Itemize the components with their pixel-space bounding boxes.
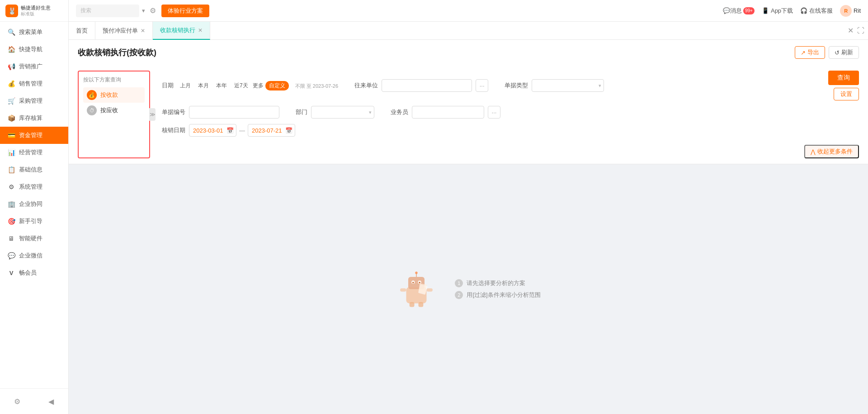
- staff-more-btn[interactable]: ···: [488, 106, 500, 119]
- sales-icon: 💰: [7, 80, 15, 88]
- doc-no-label: 单据编号: [162, 108, 185, 116]
- expand-icon[interactable]: ⛶: [857, 27, 864, 35]
- filter-action-col: 查询 设置: [828, 71, 859, 100]
- sidebar-item-sales[interactable]: 💰 销售管理: [0, 75, 68, 92]
- query-btn[interactable]: 查询: [828, 71, 859, 85]
- counterparty-more-btn[interactable]: ···: [476, 79, 488, 92]
- purchase-icon: 🛒: [7, 97, 15, 105]
- prev-month-option[interactable]: 上月: [177, 81, 193, 90]
- date-label: 日期: [162, 81, 174, 90]
- more-date-option[interactable]: 更多: [253, 82, 264, 90]
- sidebar-logo: 🐰 畅捷通好生意 标准版: [0, 0, 68, 22]
- sidebar-item-quick-nav[interactable]: 🏠 快捷导航: [0, 41, 68, 58]
- sidebar-item-inventory[interactable]: 📦 库存核算: [0, 109, 68, 127]
- date-start-input[interactable]: [189, 124, 236, 137]
- svg-rect-13: [419, 283, 427, 293]
- dept-select-wrap: [311, 106, 374, 119]
- collapse-icon: ⋀: [811, 148, 816, 155]
- export-btn[interactable]: ↗ 导出: [795, 46, 825, 59]
- app-download-btn[interactable]: 📱 App下载: [762, 7, 793, 15]
- tab-prepay[interactable]: 预付冲应付单 ✕: [95, 22, 153, 40]
- sidebar-item-management[interactable]: 📊 经营管理: [0, 144, 68, 161]
- sidebar-item-search[interactable]: 🔍 搜索菜单: [0, 24, 68, 41]
- doc-type-select[interactable]: [532, 79, 604, 92]
- verification-date-label: 核销日期: [162, 126, 185, 134]
- tip-num-2: 2: [455, 291, 463, 299]
- tab-collection-close-icon[interactable]: ✕: [198, 27, 203, 33]
- svg-point-5: [419, 282, 421, 284]
- topbar-search-placeholder: 搜索: [80, 7, 91, 14]
- topbar-arrow-icon[interactable]: ▾: [142, 7, 145, 14]
- management-icon: 📊: [7, 148, 15, 157]
- member-icon: V: [7, 269, 15, 277]
- date-end-wrap: 📅: [248, 124, 295, 137]
- filter-panel-collapse-btn[interactable]: ≫: [149, 108, 156, 121]
- sidebar-item-marketing[interactable]: 📢 营销推广: [0, 58, 68, 75]
- close-window-icon[interactable]: ✕: [848, 26, 854, 35]
- 7days-option[interactable]: 近7天: [231, 81, 251, 90]
- app-icon: 📱: [762, 7, 769, 14]
- settings-bottom-icon[interactable]: ⚙: [9, 393, 25, 409]
- user-profile-btn[interactable]: R Rit: [840, 5, 861, 17]
- collapse-sidebar-icon[interactable]: ◀︎: [43, 393, 59, 409]
- empty-content: 1 请先选择要分析的方案 2 用[过滤]条件来缩小分析范围: [396, 269, 540, 309]
- headset-icon: 🎧: [800, 7, 807, 14]
- home-icon: 🏠: [7, 45, 15, 53]
- staff-field: 业务员 ···: [391, 106, 500, 119]
- hardware-icon: 🖥: [7, 234, 15, 243]
- filter-row-1: 日期 上月 本月 本年 近7天 更多 自定义 不限 至 2023-07-26: [162, 71, 859, 100]
- online-service-btn[interactable]: 🎧 在线客服: [800, 7, 833, 15]
- sidebar-item-finance[interactable]: 💳 资金管理: [0, 127, 68, 144]
- collapse-more-btn[interactable]: ⋀ 收起更多条件: [804, 145, 859, 158]
- enterprise-icon: 🏢: [7, 200, 15, 208]
- this-month-option[interactable]: 本月: [195, 81, 212, 90]
- date-end-input[interactable]: [248, 124, 295, 137]
- custom-date-tag[interactable]: 自定义: [265, 81, 289, 90]
- message-btn[interactable]: 💬 消息 99+: [723, 7, 755, 15]
- topbar-left: 搜索 ▾ ⚙ 体验行业方案: [76, 5, 723, 17]
- counterparty-label: 往来单位: [354, 81, 378, 90]
- sidebar-item-member[interactable]: V 畅会员: [0, 264, 68, 281]
- tab-prepay-close-icon[interactable]: ✕: [141, 28, 145, 34]
- date-range-separator: —: [239, 127, 245, 134]
- sidebar-item-hardware[interactable]: 🖥 智能硬件: [0, 230, 68, 247]
- svg-rect-9: [427, 288, 433, 291]
- sidebar-item-guide[interactable]: 🎯 新手引导: [0, 213, 68, 230]
- sidebar-item-wechat[interactable]: 💬 企业微信: [0, 247, 68, 264]
- sidebar-item-system[interactable]: ⚙ 系统管理: [0, 178, 68, 195]
- tab-home[interactable]: 首页: [69, 22, 95, 40]
- doc-type-label: 单据类型: [505, 81, 528, 90]
- filter-right-area: 日期 上月 本月 本年 近7天 更多 自定义 不限 至 2023-07-26: [156, 71, 859, 158]
- receivable-option-icon: ⏱: [87, 105, 97, 115]
- sidebar-item-enterprise[interactable]: 🏢 企业协同: [0, 195, 68, 213]
- this-year-option[interactable]: 本年: [213, 81, 230, 90]
- topbar-search-box[interactable]: 搜索: [76, 5, 139, 17]
- filter-area: 按以下方案查询 💰 按收款 ⏱ 按应收 ≫: [69, 65, 868, 164]
- refresh-btn[interactable]: ↺ 刷新: [829, 46, 859, 59]
- doc-no-field: 单据编号: [162, 106, 279, 119]
- settings-btn[interactable]: 设置: [834, 88, 859, 100]
- doc-no-input[interactable]: [189, 106, 279, 119]
- svg-rect-10: [410, 302, 415, 307]
- sidebar-item-base-info[interactable]: 📋 基础信息: [0, 161, 68, 178]
- filter-option-by-receivable[interactable]: ⏱ 按应收: [83, 103, 145, 118]
- dept-field: 部门: [296, 106, 374, 119]
- filter-row-3: 核销日期 📅 — 📅: [162, 124, 859, 137]
- staff-label: 业务员: [391, 108, 408, 116]
- topbar-gear-icon[interactable]: ⚙: [150, 6, 156, 15]
- filter-option-by-collection[interactable]: 💰 按收款: [83, 87, 145, 103]
- topbar: 搜索 ▾ ⚙ 体验行业方案 💬 消息 99+ 📱 App下载 🎧 在线客服 R …: [69, 0, 868, 22]
- svg-rect-11: [419, 302, 424, 307]
- sidebar-item-purchase[interactable]: 🛒 采购管理: [0, 92, 68, 109]
- filter-row-2: 单据编号 部门 业务员 ···: [162, 106, 859, 119]
- staff-input[interactable]: [412, 106, 484, 119]
- empty-tip-1: 1 请先选择要分析的方案: [455, 279, 540, 287]
- export-icon: ↗: [801, 49, 806, 56]
- dept-select[interactable]: [311, 106, 374, 119]
- counterparty-input[interactable]: [382, 79, 472, 92]
- collection-option-icon: 💰: [87, 90, 97, 100]
- tab-collection[interactable]: 收款核销执行 ✕: [153, 22, 210, 40]
- industry-btn[interactable]: 体验行业方案: [161, 5, 209, 17]
- guide-icon: 🎯: [7, 217, 15, 225]
- refresh-icon: ↺: [835, 49, 840, 56]
